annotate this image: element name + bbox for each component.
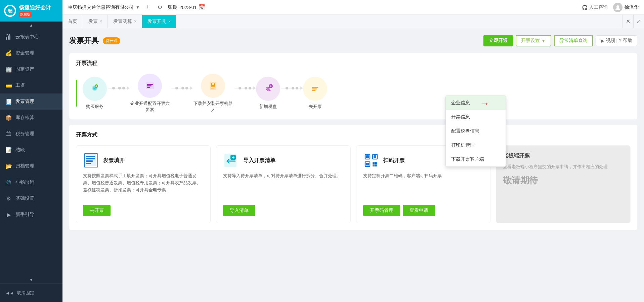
method-card-boss-header: 老板端开票 bbox=[503, 152, 624, 159]
sidebar-item-xinshouyindao[interactable]: ▶ 新手引导 bbox=[0, 206, 62, 223]
method-card-boss: 老板端开票 查看老板端小程序提交的开票申请，并作出相应的处理 敬请期待 bbox=[496, 145, 631, 223]
sidebar-item-shuiwu[interactable]: 🏛 税务管理 bbox=[0, 126, 62, 142]
invoice-settings-button[interactable]: 开票设置 ▼ bbox=[516, 35, 551, 46]
sidebar-item-label: 结账 bbox=[15, 147, 25, 153]
invoice-info-label: 开票信息 bbox=[451, 114, 470, 119]
method-card-import: 导入开票清单 支持导入待开票清单，可对待开票清单进行拆分、合并处理。 导入清单 bbox=[216, 145, 351, 223]
sidebar-scroll-down[interactable]: ▼ bbox=[0, 276, 62, 284]
sidebar-item-zijin[interactable]: 💰 资金管理 bbox=[0, 45, 62, 61]
svg-rect-25 bbox=[312, 90, 315, 91]
flow-arrow-4 bbox=[282, 88, 302, 88]
period-value: 2023-01 bbox=[179, 5, 197, 10]
consult-button[interactable]: 🎧 人工咨询 bbox=[582, 4, 608, 10]
abnormal-list-button[interactable]: 异常清单查询 bbox=[554, 35, 593, 46]
help-label[interactable]: 帮助 bbox=[623, 38, 632, 44]
maximize-window-button[interactable]: ⤢ bbox=[633, 15, 644, 28]
tab-fapiao-close-icon[interactable]: × bbox=[100, 19, 102, 24]
video-help-group: ▶ 视频 | ? 帮助 bbox=[596, 35, 637, 46]
sidebar-nav: 云报表中心 💰 资金管理 🏢 固定资产 💳 工资 🧾 发票管理 📦 库存核算 bbox=[0, 29, 62, 276]
flow-arrow-1 bbox=[108, 88, 128, 88]
dropdown-item-tax-disk-info[interactable]: 配置税盘信息 bbox=[446, 124, 506, 138]
view-apply-button[interactable]: 查看申请 bbox=[403, 205, 435, 216]
flow-section-title: 开票流程 bbox=[76, 60, 631, 67]
sidebar-bottom: ◄◄ 取消固定 bbox=[0, 284, 62, 302]
sidebar-item-guidang[interactable]: 📂 归档管理 bbox=[0, 158, 62, 174]
svg-rect-34 bbox=[366, 155, 369, 158]
chevron-down-icon[interactable]: ▼ bbox=[29, 277, 33, 282]
method-card-manual-icon bbox=[83, 152, 99, 168]
tab-fapiaocesuan[interactable]: 发票测算 × bbox=[108, 15, 142, 28]
period-info: 账期 2023-01 📅 bbox=[168, 4, 205, 10]
company-selector[interactable]: 重庆畅捷交通信息咨询有限公司 ▼ bbox=[68, 4, 140, 10]
tax-disk-info-label: 配置税盘信息 bbox=[451, 128, 479, 134]
tab-fapiaokaiiju[interactable]: 发票开具 × bbox=[142, 15, 176, 28]
dropdown-item-company-info[interactable]: 企业信息 bbox=[446, 96, 506, 110]
qr-manage-button[interactable]: 开票码管理 bbox=[363, 205, 400, 216]
sidebar-item-jichushezhi[interactable]: ⚙ 基础设置 bbox=[0, 190, 62, 206]
tab-home-label: 首页 bbox=[68, 18, 77, 25]
sidebar-item-xiaochange[interactable]: © 小畅报销 bbox=[0, 174, 62, 190]
video-label[interactable]: 视频 bbox=[606, 38, 615, 44]
settings-dropdown-wrapper: 开票设置 ▼ bbox=[516, 35, 551, 46]
step5-label: 去开票 bbox=[309, 104, 322, 110]
dropdown-item-download-client[interactable]: 下载开票客户端 bbox=[446, 152, 506, 166]
dropdown-arrow-icon: ▼ bbox=[541, 38, 546, 43]
xiaochange-icon: © bbox=[5, 179, 12, 186]
method-card-import-icon bbox=[223, 152, 239, 168]
tab-fapiao[interactable]: 发票 × bbox=[83, 15, 108, 28]
close-window-button[interactable]: ✕ bbox=[622, 15, 633, 28]
tab-home[interactable]: 首页 bbox=[62, 15, 83, 28]
svg-rect-11 bbox=[147, 85, 152, 86]
shuiwu-icon: 🏛 bbox=[5, 130, 12, 137]
company-name: 重庆畅捷交通信息咨询有限公司 bbox=[68, 4, 134, 10]
svg-rect-28 bbox=[86, 158, 95, 159]
svg-rect-30 bbox=[86, 163, 91, 164]
sidebar-item-gongzi[interactable]: 💳 工资 bbox=[0, 77, 62, 93]
add-company-button[interactable]: + bbox=[144, 3, 152, 11]
unpin-button[interactable]: ◄◄ 取消固定 bbox=[5, 287, 57, 299]
method-scan-desc: 支持定制开票二维码，客户端可扫码开票 bbox=[363, 173, 484, 199]
red-arrow-indicator: → bbox=[480, 98, 489, 109]
yunbao-icon bbox=[5, 34, 12, 40]
user-menu[interactable]: 徐泽华 bbox=[613, 3, 639, 12]
step2-icon bbox=[138, 74, 162, 98]
username: 徐泽华 bbox=[625, 4, 639, 10]
dropdown-item-invoice-info[interactable]: 开票信息 bbox=[446, 110, 506, 124]
sidebar-item-yunbao[interactable]: 云报表中心 bbox=[0, 29, 62, 45]
settings-icon[interactable]: ⚙ bbox=[156, 3, 164, 11]
tab-fapiaocesuan-close-icon[interactable]: × bbox=[134, 19, 136, 24]
page-content: 发票开具 待开通 立即开通 开票设置 ▼ 异常清单查询 ▶ bbox=[62, 28, 644, 302]
jichushezhi-icon: ⚙ bbox=[5, 195, 12, 202]
chevron-up-icon[interactable]: ▲ bbox=[29, 23, 33, 28]
invoice-page: 发票开具 待开通 立即开通 开票设置 ▼ 异常清单查询 ▶ bbox=[62, 28, 644, 242]
dropdown-item-printer-manage[interactable]: 打印机管理 bbox=[446, 138, 506, 152]
sidebar-item-fapiao[interactable]: 🧾 发票管理 bbox=[0, 93, 62, 110]
sidebar-scroll-up[interactable]: ▲ bbox=[0, 22, 62, 29]
activate-button[interactable]: 立即开通 bbox=[483, 35, 513, 46]
sidebar-item-label: 资金管理 bbox=[15, 50, 34, 56]
invoice-header: 发票开具 待开通 立即开通 开票设置 ▼ 异常清单查询 ▶ bbox=[69, 35, 637, 46]
go-invoice-button[interactable]: 去开票 bbox=[83, 205, 111, 216]
method-manual-actions: 去开票 bbox=[83, 205, 204, 216]
import-list-button[interactable]: 导入清单 bbox=[223, 205, 255, 216]
method-manual-title: 发票填开 bbox=[103, 157, 125, 164]
calendar-icon[interactable]: 📅 bbox=[199, 4, 205, 10]
sidebar-item-gudingzichan[interactable]: 🏢 固定资产 bbox=[0, 61, 62, 77]
method-scan-title: 扫码开票 bbox=[383, 157, 405, 164]
step1-label: 购买服务 bbox=[86, 104, 103, 110]
header-actions: 立即开通 开票设置 ▼ 异常清单查询 ▶ 视频 | ? bbox=[483, 35, 637, 46]
svg-rect-4 bbox=[9, 35, 10, 40]
sidebar-item-kucun[interactable]: 📦 库存核算 bbox=[0, 110, 62, 126]
tab-fapiaokaiiju-close-icon[interactable]: × bbox=[168, 19, 171, 24]
svg-rect-2 bbox=[6, 37, 7, 40]
avatar bbox=[613, 3, 622, 12]
method-section-title: 开票方式 bbox=[76, 131, 631, 139]
sidebar-item-label: 基础设置 bbox=[15, 195, 34, 201]
sidebar-header: 畅 畅捷通好会计 旗舰版 bbox=[0, 0, 62, 22]
method-card-import-header: 导入开票清单 bbox=[223, 152, 344, 168]
sidebar-item-jiezhang[interactable]: 📝 结账 bbox=[0, 142, 62, 158]
method-import-desc: 支持导入待开票清单，可对待开票清单进行拆分、合并处理。 bbox=[223, 173, 344, 199]
method-card-manual: 发票填开 支持按照发票样式手工填开发票；可开具增值税电子普通发票、增值税普通发票… bbox=[76, 145, 211, 223]
pin-icon: ◄◄ bbox=[5, 291, 14, 296]
invoice-settings-label: 开票设置 bbox=[521, 38, 540, 44]
